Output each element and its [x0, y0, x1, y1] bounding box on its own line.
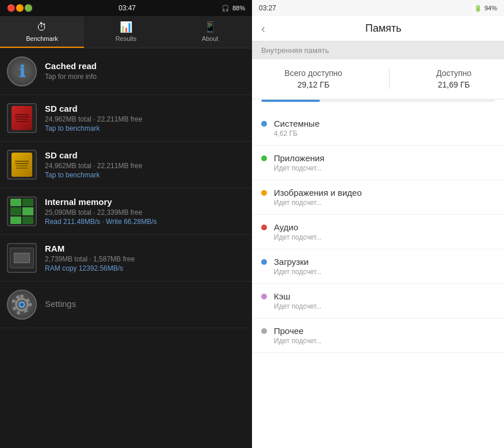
status-bar-right: 03:27 🔋 94% [252, 0, 504, 16]
settings-title: Settings [45, 299, 245, 309]
ram-subtitle: 2,739MB total · 1,587MB free [45, 255, 245, 263]
sd-card-1-title: SD card [45, 104, 245, 113]
memory-item-name-4: Загрузки [274, 257, 495, 267]
sd-card-1-text: SD card 24,962MB total · 22,211MB free T… [45, 104, 245, 132]
right-header: ‹ Память [252, 16, 504, 41]
total-memory-stat: Всего доступно 29,12 ГБ [285, 69, 342, 89]
sd-card-2-icon [7, 150, 37, 180]
section-header: Внутренняя память [252, 41, 504, 59]
memory-item-sub-0: 4,62 ГБ [274, 130, 495, 138]
internal-memory-subtitle: 25,090MB total · 22,339MB free [45, 208, 245, 217]
memory-item-name-3: Аудио [274, 222, 495, 232]
memory-item-sub-3: Идет подсчет... [274, 233, 495, 241]
memory-item-name-2: Изображения и видео [274, 188, 495, 198]
memory-item-name-5: Кэш [274, 291, 495, 301]
sd-card-1-action: Tap to benchmark [45, 124, 245, 132]
left-time: 03:47 [119, 4, 136, 12]
sd-card-1-icon [7, 103, 37, 133]
memory-item-dot-3 [261, 225, 267, 230]
memory-item-4: Загрузки Идет подсчет... [252, 249, 504, 284]
list-item-settings[interactable]: Settings [0, 282, 252, 328]
content-list: ℹ Cached read Tap for more info [0, 48, 252, 448]
memory-item-text-6: Прочее Идет подсчет... [274, 326, 495, 345]
cached-read-icon: ℹ [7, 56, 37, 86]
memory-item-0: Системные 4,62 ГБ [252, 111, 504, 146]
summary-divider [389, 69, 390, 89]
tab-bar: ⏱ Benchmark 📊 Results 📱 About [0, 16, 252, 48]
storage-progress-fill [261, 100, 320, 102]
ram-action: RAM copy 12392.56MB/s [45, 264, 245, 272]
right-time: 03:27 [259, 4, 276, 12]
right-title: Память [272, 22, 495, 35]
storage-progress-container [252, 100, 504, 111]
memory-item-text-5: Кэш Идет подсчет... [274, 291, 495, 310]
sd-card-2-title: SD card [45, 150, 245, 160]
left-headphones-icon: 🎧 [222, 5, 230, 12]
memory-item-1: Приложения Идет подсчет... [252, 146, 504, 180]
right-battery-icon: 🔋 [474, 5, 482, 12]
left-battery-area: 🎧 88% [222, 5, 245, 12]
available-memory-label: Доступно [436, 69, 471, 78]
list-item-internal[interactable]: Internal memory 25,090MB total · 22,339M… [0, 188, 252, 235]
sd-card-1-subtitle: 24,962MB total · 22,211MB free [45, 115, 245, 123]
cached-read-subtitle: Tap for more info [45, 73, 245, 81]
list-item-sd-card-2[interactable]: SD card 24,962MB total · 22,211MB free T… [0, 142, 252, 188]
memory-item-2: Изображения и видео Идет подсчет... [252, 180, 504, 215]
memory-item-sub-5: Идет подсчет... [274, 302, 495, 310]
list-item-sd-card-1[interactable]: SD card 24,962MB total · 22,211MB free T… [0, 95, 252, 142]
results-icon: 📊 [120, 21, 132, 33]
status-bar-left: 🔴🟠🟢 03:47 🎧 88% [0, 0, 252, 16]
memory-item-6: Прочее Идет подсчет... [252, 318, 504, 353]
memory-item-dot-6 [261, 328, 267, 334]
memory-item-sub-2: Идет подсчет... [274, 199, 495, 207]
memory-item-3: Аудио Идет подсчет... [252, 215, 504, 249]
memory-item-name-0: Системные [274, 119, 495, 128]
benchmark-icon: ⏱ [37, 21, 47, 33]
tab-results-label: Results [116, 35, 137, 42]
memory-item-sub-6: Идет подсчет... [274, 337, 495, 345]
cached-read-title: Cached read [45, 61, 245, 71]
memory-item-dot-2 [261, 190, 267, 196]
memory-item-name-6: Прочее [274, 326, 495, 336]
list-item-ram[interactable]: RAM 2,739MB total · 1,587MB free RAM cop… [0, 235, 252, 282]
memory-item-text-0: Системные 4,62 ГБ [274, 119, 495, 138]
memory-items-list: Системные 4,62 ГБ Приложения Идет подсче… [252, 111, 504, 448]
about-icon: 📱 [204, 21, 216, 33]
memory-item-text-4: Загрузки Идет подсчет... [274, 257, 495, 276]
storage-progress-bar [261, 100, 495, 102]
total-memory-label: Всего доступно [285, 69, 342, 78]
memory-item-name-1: Приложения [274, 153, 495, 163]
left-status-icons: 🔴🟠🟢 [7, 4, 33, 12]
internal-memory-action: Read 211.48MB/s · Write 66.28MB/s [45, 218, 245, 226]
total-memory-value: 29,12 ГБ [297, 80, 330, 89]
tab-benchmark-label: Benchmark [26, 35, 58, 42]
sd-card-2-text: SD card 24,962MB total · 22,211MB free T… [45, 150, 245, 179]
ram-text: RAM 2,739MB total · 1,587MB free RAM cop… [45, 244, 245, 272]
back-button[interactable]: ‹ [261, 22, 265, 35]
svg-point-3 [20, 303, 24, 306]
tab-results[interactable]: 📊 Results [84, 16, 168, 48]
right-panel: 03:27 🔋 94% ‹ Память Внутренняя память В… [252, 0, 504, 448]
settings-text: Settings [45, 299, 245, 310]
cached-read-text: Cached read Tap for more info [45, 61, 245, 82]
memory-item-dot-1 [261, 155, 267, 161]
memory-item-dot-0 [261, 121, 267, 127]
ram-title: RAM [45, 244, 245, 253]
memory-item-sub-4: Идет подсчет... [274, 268, 495, 276]
sd-card-2-subtitle: 24,962MB total · 22,211MB free [45, 162, 245, 170]
memory-item-dot-4 [261, 259, 267, 265]
memory-item-text-1: Приложения Идет подсчет... [274, 153, 495, 172]
tab-benchmark[interactable]: ⏱ Benchmark [0, 16, 84, 48]
memory-item-text-2: Изображения и видео Идет подсчет... [274, 188, 495, 207]
sd-card-2-action: Tap to benchmark [45, 171, 245, 179]
tab-about[interactable]: 📱 About [168, 16, 252, 48]
settings-icon [7, 290, 37, 320]
internal-memory-icon [7, 196, 37, 226]
memory-item-5: Кэш Идет подсчет... [252, 284, 504, 318]
list-item-cached-read[interactable]: ℹ Cached read Tap for more info [0, 48, 252, 95]
available-memory-stat: Доступно 21,69 ГБ [436, 69, 471, 89]
tab-about-label: About [202, 35, 219, 42]
memory-item-dot-5 [261, 294, 267, 299]
internal-memory-title: Internal memory [45, 197, 245, 207]
right-status-icons: 🔋 94% [474, 5, 497, 12]
